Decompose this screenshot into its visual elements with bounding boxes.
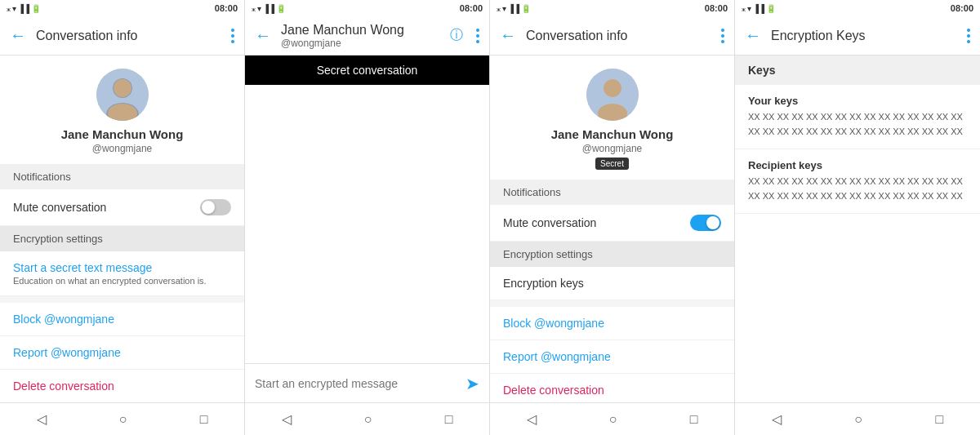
settings-3: Notifications Mute conversation Encrypti…: [490, 180, 734, 402]
your-keys-title: Your keys: [748, 95, 967, 107]
status-time-1: 08:00: [215, 3, 238, 13]
panel-3: ⁎ ▾ ▐▐ 🔋 08:00 ← Conversation info Jane …: [490, 0, 735, 435]
recent-nav-2[interactable]: □: [435, 409, 463, 430]
recipient-keys-title: Recipient keys: [748, 159, 967, 171]
page-title-2: Jane Manchun Wong @wongmjane: [281, 23, 440, 49]
status-bar-2: ⁎ ▾ ▐▐ 🔋 08:00: [245, 0, 489, 16]
info-button-2[interactable]: ⓘ: [447, 24, 466, 47]
enc-keys-row[interactable]: Encryption keys: [490, 267, 734, 300]
status-icons-2: ⁎ ▾ ▐▐ 🔋: [252, 4, 286, 13]
block-row-3[interactable]: Block @wongmjane: [490, 307, 734, 340]
svg-point-3: [114, 79, 131, 97]
bottom-nav-2: ◁ ○ □: [245, 402, 489, 435]
home-nav-1[interactable]: ○: [109, 409, 137, 430]
report-link-1[interactable]: Report @wongmjane: [13, 346, 231, 359]
report-link-3[interactable]: Report @wongmjane: [503, 350, 721, 363]
profile-section-1: Jane Manchun Wong @wongmjane: [0, 55, 244, 164]
menu-button-3[interactable]: [718, 25, 728, 47]
start-secret-sub: Education on what an encrypted conversat…: [13, 276, 231, 286]
menu-button-4[interactable]: [964, 25, 973, 47]
block-link-1[interactable]: Block @wongmjane: [13, 313, 231, 326]
block-row-1[interactable]: Block @wongmjane: [0, 303, 244, 336]
bluetooth-icon-2: ⁎: [252, 4, 256, 13]
delete-link-1[interactable]: Delete conversation: [13, 380, 231, 393]
back-button-3[interactable]: ←: [497, 23, 519, 48]
wifi-icon: ▾: [12, 4, 16, 13]
profile-name-1: Jane Manchun Wong: [61, 127, 184, 141]
back-nav-1[interactable]: ◁: [27, 408, 56, 430]
back-nav-2[interactable]: ◁: [272, 408, 301, 430]
your-keys-group: Your keys XX XX XX XX XX XX XX XX XX XX …: [735, 85, 980, 149]
home-nav-3[interactable]: ○: [599, 409, 627, 430]
back-nav-3[interactable]: ◁: [517, 408, 546, 430]
message-input-bar: ➤: [245, 363, 489, 402]
svg-point-6: [604, 79, 621, 97]
send-button[interactable]: ➤: [466, 374, 479, 393]
back-button-1[interactable]: ←: [7, 23, 29, 48]
battery-icon-3: 🔋: [521, 4, 531, 13]
notifications-header-3: Notifications: [490, 180, 734, 205]
status-bar-4: ⁎ ▾ ▐▐ 🔋 08:00: [735, 0, 980, 16]
bottom-nav-1: ◁ ○ □: [0, 402, 244, 435]
profile-handle-3: @wongmjane: [582, 143, 643, 154]
back-nav-4[interactable]: ◁: [762, 408, 791, 430]
back-button-2[interactable]: ←: [252, 23, 274, 48]
status-time-4: 08:00: [951, 3, 973, 13]
recent-nav-1[interactable]: □: [190, 409, 218, 430]
avatar-3: [586, 69, 639, 121]
back-button-4[interactable]: ←: [742, 23, 764, 48]
home-nav-4[interactable]: ○: [844, 409, 872, 430]
panel-4: ⁎ ▾ ▐▐ 🔋 08:00 ← Encryption Keys Keys Yo…: [735, 0, 980, 435]
wifi-icon-4: ▾: [747, 4, 751, 13]
profile-handle-1: @wongmjane: [92, 143, 153, 154]
page-title-4: Encryption Keys: [771, 29, 957, 43]
report-row-3[interactable]: Report @wongmjane: [490, 340, 734, 374]
avatar-1: [96, 69, 149, 121]
delete-row-3[interactable]: Delete conversation: [490, 374, 734, 402]
home-nav-2[interactable]: ○: [354, 409, 382, 430]
secret-banner: Secret conversation: [245, 55, 489, 85]
encryption-header-3: Encryption settings: [490, 242, 734, 267]
menu-button-2[interactable]: [473, 25, 483, 47]
bluetooth-icon-4: ⁎: [742, 4, 746, 13]
signal-icon-3: ▐▐: [508, 4, 519, 13]
settings-1: Notifications Mute conversation Encrypti…: [0, 164, 244, 402]
profile-name-3: Jane Manchun Wong: [551, 127, 674, 141]
signal-icon-4: ▐▐: [753, 4, 764, 13]
profile-section-3: Jane Manchun Wong @wongmjane Secret: [490, 55, 734, 180]
status-icons-3: ⁎ ▾ ▐▐ 🔋: [497, 4, 531, 13]
top-bar-2: ← Jane Manchun Wong @wongmjane ⓘ: [245, 16, 489, 55]
panel-1: ⁎ ▾ ▐▐ 🔋 08:00 ← Conversation info Jane …: [0, 0, 245, 435]
mute-row-1: Mute conversation: [0, 189, 244, 226]
delete-link-3[interactable]: Delete conversation: [503, 384, 721, 397]
secret-badge-3: Secret: [595, 158, 629, 170]
menu-button-1[interactable]: [228, 25, 238, 47]
bottom-nav-4: ◁ ○ □: [735, 402, 980, 435]
bluetooth-icon-3: ⁎: [497, 4, 501, 13]
block-link-3[interactable]: Block @wongmjane: [503, 317, 721, 330]
message-input[interactable]: [255, 377, 459, 390]
keys-header: Keys: [735, 55, 980, 85]
mute-toggle-1[interactable]: [200, 199, 231, 215]
battery-icon: 🔋: [31, 4, 41, 13]
recent-nav-4[interactable]: □: [926, 409, 954, 430]
report-row-1[interactable]: Report @wongmjane: [0, 336, 244, 370]
recent-nav-3[interactable]: □: [680, 409, 708, 430]
start-secret-link[interactable]: Start a secret text message: [13, 261, 231, 274]
status-bar-3: ⁎ ▾ ▐▐ 🔋 08:00: [490, 0, 734, 16]
mute-label-3: Mute conversation: [503, 216, 690, 229]
enc-keys-link[interactable]: Encryption keys: [503, 277, 721, 290]
recipient-keys-value: XX XX XX XX XX XX XX XX XX XX XX XX XX X…: [748, 175, 967, 203]
top-bar-4: ← Encryption Keys: [735, 16, 980, 55]
mute-label-1: Mute conversation: [13, 201, 200, 214]
status-icons-1: ⁎ ▾ ▐▐ 🔋: [7, 4, 41, 13]
bottom-nav-3: ◁ ○ □: [490, 402, 734, 435]
mute-toggle-3[interactable]: [690, 215, 721, 231]
wifi-icon-3: ▾: [502, 4, 506, 13]
start-secret-row[interactable]: Start a secret text message Education on…: [0, 251, 244, 296]
top-bar-1: ← Conversation info: [0, 16, 244, 55]
delete-row-1[interactable]: Delete conversation: [0, 370, 244, 402]
recipient-keys-group: Recipient keys XX XX XX XX XX XX XX XX X…: [735, 149, 980, 214]
notifications-header-1: Notifications: [0, 164, 244, 189]
divider-3: [490, 300, 734, 307]
